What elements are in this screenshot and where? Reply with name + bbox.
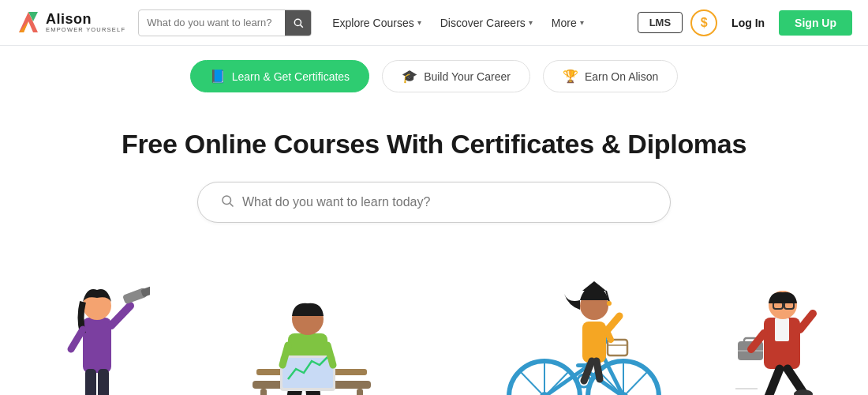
svg-rect-53 — [582, 322, 606, 363]
nav-discover-careers[interactable]: Discover Careers ▾ — [432, 12, 541, 34]
search-icon — [293, 17, 304, 28]
login-button[interactable]: Log In — [725, 12, 771, 34]
earn-icon: 🏆 — [563, 69, 578, 84]
svg-line-73 — [800, 314, 813, 329]
learn-icon: 📘 — [210, 69, 226, 84]
svg-point-58 — [607, 301, 612, 306]
tab-learn-certificates[interactable]: 📘 Learn & Get Certificates — [190, 60, 369, 92]
logo[interactable]: Alison EMPOWER YOURSELF — [16, 10, 125, 36]
navbar-search-button[interactable] — [285, 10, 312, 36]
tab-earn-label: Earn On Alison — [585, 70, 658, 83]
explore-courses-label: Explore Courses — [332, 17, 414, 29]
logo-name: Alison — [46, 12, 125, 26]
hero-title: Free Online Courses With Certificates & … — [122, 129, 746, 160]
more-label: More — [552, 17, 577, 29]
alison-logo-icon — [16, 10, 41, 36]
tab-build-career[interactable]: 🎓 Build Your Career — [382, 60, 530, 92]
svg-line-4 — [301, 24, 303, 27]
nav-explore-courses[interactable]: Explore Courses ▾ — [324, 12, 429, 34]
svg-rect-9 — [85, 369, 96, 395]
tab-career-label: Build Your Career — [424, 70, 511, 83]
nav-right: LMS $ Log In Sign Up — [638, 9, 852, 36]
discover-careers-label: Discover Careers — [440, 17, 526, 29]
svg-rect-19 — [357, 389, 363, 395]
career-icon: 🎓 — [402, 69, 417, 84]
svg-line-16 — [71, 329, 83, 349]
svg-rect-28 — [282, 358, 333, 388]
sub-tabs: 📘 Learn & Get Certificates 🎓 Build Your … — [0, 46, 868, 103]
nav-links: Explore Courses ▾ Discover Careers ▾ Mor… — [324, 12, 624, 34]
svg-line-62 — [597, 361, 600, 379]
lms-button[interactable]: LMS — [638, 12, 683, 33]
tab-earn-alison[interactable]: 🏆 Earn On Alison — [543, 60, 678, 92]
illustration-bench-man — [245, 254, 379, 395]
explore-courses-chevron: ▾ — [417, 18, 421, 27]
svg-rect-7 — [83, 318, 111, 373]
tab-learn-label: Learn & Get Certificates — [232, 70, 350, 83]
nav-more[interactable]: More ▾ — [544, 12, 592, 34]
illustration-bicycle-girl — [505, 246, 663, 395]
navbar-search-input[interactable] — [139, 12, 285, 33]
navbar: Alison EMPOWER YOURSELF Explore Courses … — [0, 0, 868, 46]
svg-rect-18 — [260, 389, 267, 395]
discover-careers-chevron: ▾ — [529, 18, 533, 27]
svg-rect-55 — [584, 291, 604, 295]
hero-search-icon — [220, 194, 234, 211]
more-chevron: ▾ — [580, 18, 584, 27]
svg-point-5 — [223, 196, 231, 205]
svg-line-6 — [230, 203, 233, 206]
logo-tagline: EMPOWER YOURSELF — [46, 27, 125, 33]
logo-text: Alison EMPOWER YOURSELF — [46, 12, 125, 33]
navbar-search[interactable] — [138, 9, 312, 36]
svg-line-74 — [767, 369, 780, 395]
svg-marker-56 — [582, 281, 606, 291]
illustration-running-man — [734, 246, 836, 395]
illustration-telescope-woman — [47, 246, 150, 395]
svg-point-3 — [295, 19, 301, 25]
svg-line-75 — [788, 369, 803, 393]
svg-rect-64 — [775, 318, 789, 341]
signup-button[interactable]: Sign Up — [779, 10, 852, 36]
hero-section: Free Online Courses With Certificates & … — [0, 103, 868, 395]
dollar-button[interactable]: $ — [690, 9, 717, 36]
hero-search-bar[interactable] — [197, 182, 671, 223]
svg-line-13 — [111, 306, 130, 325]
svg-line-60 — [606, 329, 611, 340]
svg-rect-10 — [98, 369, 109, 395]
illustrations-area — [16, 239, 852, 395]
hero-search-input[interactable] — [242, 195, 648, 209]
